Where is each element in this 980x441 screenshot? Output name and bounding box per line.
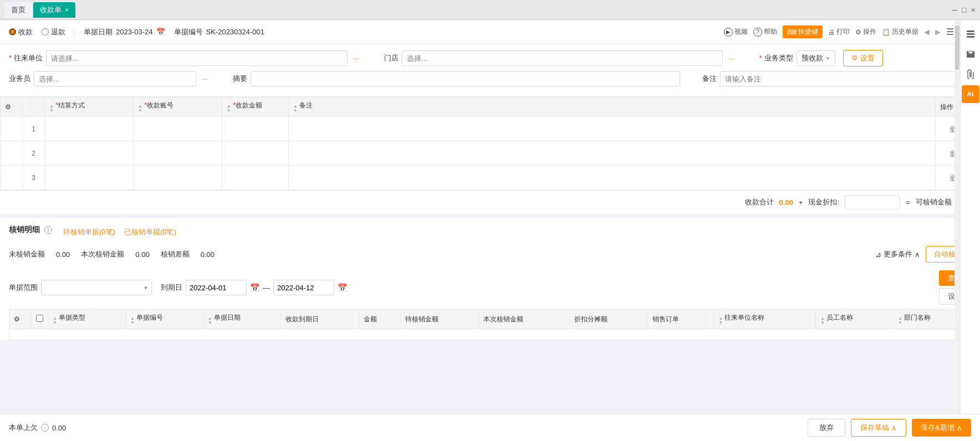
shop-input[interactable] [402, 50, 723, 66]
due-date-field: 到期日 📅 — 📅 [161, 280, 347, 295]
diff-label: 核销差额 [161, 249, 190, 259]
history-icon: 📋 [882, 28, 890, 36]
view-list-icon[interactable]: ☰ [946, 27, 954, 37]
row1-settle[interactable] [45, 117, 134, 141]
row3-note[interactable] [289, 166, 936, 190]
row2-amount[interactable] [222, 141, 289, 166]
row2-settle[interactable] [45, 141, 134, 166]
salesperson-input[interactable] [34, 71, 196, 86]
scrollbar-track[interactable] [955, 20, 960, 340]
action-print[interactable]: 🖨 打印 [828, 27, 850, 37]
date-to-input[interactable] [273, 280, 334, 295]
calendar-icon[interactable]: 📅 [156, 28, 165, 36]
sidebar-ai-icon[interactable]: Ai [962, 85, 979, 103]
form-row-1: * 往来单位 ··· 门店 ··· * 业务类型 预收款 ▼ ⚙ 设置 [9, 50, 971, 66]
type-radio-group: 收款 退款 [9, 27, 65, 37]
date-from-input[interactable] [186, 280, 247, 295]
settings-icon: ⚙ [851, 54, 858, 62]
remark-input[interactable] [720, 71, 971, 86]
help-icon: ? [753, 28, 762, 37]
btype-sort: ▲▼ [53, 316, 57, 325]
counterpart-field: * 往来单位 ··· [9, 50, 362, 66]
note-sort-icon: ▲▼ [293, 104, 298, 113]
tab-collection-close[interactable]: × [65, 6, 69, 14]
row1-account[interactable] [134, 117, 222, 141]
bill-no-field: 单据编号 SK-20230324-001 [174, 27, 265, 37]
counterpart-more-btn[interactable]: ··· [351, 54, 362, 63]
cal-to-icon[interactable]: 📅 [338, 283, 347, 292]
section-title: 核销明细 i [9, 225, 52, 235]
summary-input[interactable] [251, 71, 681, 86]
bdate-sort: ▲▼ [208, 316, 212, 325]
col-amount-header: ▲▼ *收款金额 [222, 98, 289, 117]
row1-amount[interactable] [222, 117, 289, 141]
nav-left-icon[interactable]: ◀ [924, 28, 930, 36]
row1-note[interactable] [289, 117, 936, 141]
nav-right-icon[interactable]: ▶ [935, 28, 941, 36]
scrollbar-thumb[interactable] [955, 25, 959, 70]
row2-account[interactable] [134, 141, 222, 166]
select-all-checkbox[interactable] [36, 315, 43, 322]
bottom-table: ⚙ ▲▼ 单据类型 ▲▼ 单据编号 ▲▼ 单据日期 收款到期日 [9, 309, 971, 340]
business-type-dropdown[interactable]: 预收款 ▼ [797, 50, 836, 66]
radio-refund[interactable]: 退款 [42, 27, 65, 37]
btable-gear-header[interactable]: ⚙ [9, 310, 32, 329]
svg-rect-2 [967, 36, 974, 38]
radio-collection[interactable]: 收款 [9, 27, 33, 37]
col-account-header: ▲▼ *收款账号 [134, 98, 222, 117]
verification-info-icon[interactable]: i [44, 226, 52, 234]
maximize-btn[interactable]: □ [962, 6, 966, 14]
action-help[interactable]: ? 帮助 [753, 27, 777, 37]
action-video[interactable]: ▶ 视频 [724, 27, 748, 37]
bdept-sort: ▲▼ [898, 316, 902, 325]
collection-table: ⚙ ▲▼ *结算方式 ▲▼ *收款账号 ▲▼ *收款金额 ▲▼ 备注 [0, 97, 980, 190]
bill-date-label: 单据日期 [84, 27, 113, 37]
minimize-btn[interactable]: ─ [952, 6, 957, 14]
close-btn[interactable]: × [971, 6, 976, 14]
row3-num: 3 [23, 166, 45, 190]
action-shortcut[interactable]: ⌨ 快捷键 [783, 25, 823, 38]
tab-collection-label: 收款单 [40, 5, 62, 15]
tab-collection[interactable]: 收款单 × [33, 2, 75, 18]
row3-amount[interactable] [222, 166, 289, 190]
action-operation[interactable]: ⚙ 操作 [855, 27, 876, 37]
salesperson-more-btn[interactable]: ··· [200, 74, 211, 83]
btable-checkbox-header[interactable] [32, 310, 48, 329]
tab-done[interactable]: 已核销单据(0笔) [120, 226, 181, 238]
discount-input[interactable] [845, 195, 900, 209]
shop-more-btn[interactable]: ··· [726, 54, 737, 63]
row1-num: 1 [23, 117, 45, 141]
row3-settle[interactable] [45, 166, 134, 190]
sidebar-mail-icon[interactable] [962, 45, 979, 63]
print-icon: 🖨 [828, 28, 835, 36]
range-select[interactable] [41, 280, 152, 295]
summary-label: 摘要 [233, 74, 247, 84]
col-note-header: ▲▼ 备注 [289, 98, 936, 117]
account-sort-icon: ▲▼ [138, 104, 142, 113]
cal-from-icon[interactable]: 📅 [250, 283, 259, 292]
tab-bar: 首页 收款单 × ─ □ × [0, 0, 980, 20]
total-value: 0.00 [779, 198, 793, 207]
sidebar-clip-icon[interactable] [962, 65, 979, 83]
verification-section: 核销明细 i 待核销单据(0笔) 已核销单据(0笔) 未核销金额 0.00 本次… [0, 218, 980, 340]
tab-home[interactable]: 首页 [4, 2, 32, 18]
form-area: * 往来单位 ··· 门店 ··· * 业务类型 预收款 ▼ ⚙ 设置 业务员 [0, 44, 980, 97]
btable-no-header: ▲▼ 单据编号 [125, 310, 203, 329]
action-history[interactable]: 📋 历史单据 [882, 27, 918, 37]
table-settings-header[interactable]: ⚙ [1, 98, 23, 117]
summary-field: 摘要 [233, 71, 681, 86]
tab-pending[interactable]: 待核销单据(0笔) [59, 226, 120, 238]
row3-gear [1, 166, 23, 190]
counterpart-input[interactable] [46, 50, 348, 66]
sidebar-table-icon[interactable] [962, 25, 979, 43]
salesperson-field: 业务员 ··· [9, 71, 211, 86]
form-row-2: 业务员 ··· 摘要 备注 [9, 71, 971, 86]
section-tabs: 待核销单据(0笔) 已核销单据(0笔) [59, 226, 181, 238]
svg-rect-1 [967, 33, 974, 35]
row2-note[interactable] [289, 141, 936, 166]
btable-discount-header: 折扣分摊额 [569, 310, 647, 329]
more-conditions-btn[interactable]: ⊿ 更多条件 ∧ [875, 249, 920, 259]
settle-sort-icon: ▲▼ [49, 104, 54, 113]
settings-btn[interactable]: ⚙ 设置 [843, 50, 883, 66]
row3-account[interactable] [134, 166, 222, 190]
